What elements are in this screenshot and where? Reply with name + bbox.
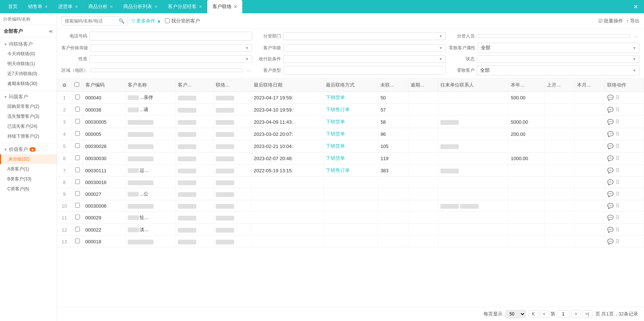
sidebar-item-ungrouped[interactable]: 未分组(32)	[0, 154, 57, 164]
last-way-link[interactable]: 下销售订单	[326, 167, 350, 173]
row-checkbox[interactable]	[75, 155, 80, 160]
close-contact-icon[interactable]: ✕	[234, 4, 237, 9]
row-checkbox[interactable]	[75, 107, 80, 112]
close-sales-icon[interactable]: ✕	[45, 4, 48, 9]
region-select[interactable]	[90, 68, 243, 72]
customer-level-select[interactable]: ▼	[283, 44, 446, 52]
last-way-link[interactable]: 下销货单	[326, 119, 345, 124]
sidebar-item-churn-warning[interactable]: 流失预警客户(3)	[0, 112, 57, 121]
first-page-btn[interactable]: K	[529, 310, 538, 318]
row-checkbox[interactable]	[75, 131, 80, 136]
row-last-way[interactable]: 下销货单	[323, 128, 378, 140]
last-way-link[interactable]: 下销售订单	[326, 107, 350, 112]
all-customers-header[interactable]: 全部客户 ≪	[0, 25, 57, 36]
row-checkbox[interactable]	[75, 203, 80, 208]
last-way-link[interactable]: 下销货单	[326, 95, 345, 100]
payment-select[interactable]: ▼	[283, 55, 446, 63]
window-close-icon[interactable]: ✕	[630, 3, 641, 10]
my-customers-check-input[interactable]	[165, 18, 170, 23]
row-last-way[interactable]	[323, 177, 378, 188]
region-dots[interactable]: ···	[245, 68, 252, 73]
grid-icon[interactable]: ⠿	[616, 143, 619, 149]
chat-icon[interactable]: 💬	[607, 167, 613, 173]
row-last-way[interactable]: 下销货单	[323, 152, 378, 165]
grid-icon[interactable]: ⠿	[616, 227, 619, 233]
grid-icon[interactable]: ⠿	[616, 215, 619, 221]
grid-icon[interactable]: ⠿	[616, 203, 619, 209]
chat-icon[interactable]: 💬	[607, 119, 613, 125]
grid-icon[interactable]: ⠿	[616, 167, 619, 173]
settings-col-header[interactable]: ⚙	[57, 79, 72, 92]
grid-icon[interactable]: ⠿	[616, 131, 619, 137]
row-checkbox[interactable]	[75, 179, 80, 184]
row-last-way[interactable]: 下销货单	[323, 116, 378, 128]
per-page-select[interactable]: 50 100 200	[506, 310, 526, 318]
page-input[interactable]	[557, 310, 570, 318]
last-way-link[interactable]: 下销货单	[326, 143, 345, 149]
group-value-customer[interactable]: ▼ 价值客户 ●	[0, 145, 57, 154]
row-last-way[interactable]	[323, 224, 378, 236]
row-checkbox[interactable]	[75, 167, 80, 172]
price-level-select[interactable]: ▼	[90, 44, 252, 52]
grid-icon[interactable]: ⠿	[616, 155, 619, 161]
sidebar-item-b-class[interactable]: B类客户(33)	[0, 174, 57, 184]
nature-select[interactable]: ▼	[89, 55, 252, 63]
sidebar-item-overdue-pending[interactable]: 逾期未联络(30)	[0, 79, 57, 89]
row-last-way[interactable]	[323, 212, 378, 224]
row-last-way[interactable]	[323, 236, 378, 247]
sidebar-item-abnormal[interactable]: 回购异常客户(2)	[0, 102, 57, 112]
row-last-way[interactable]: 下销售订单	[323, 165, 378, 177]
close-tier-icon[interactable]: ✕	[199, 4, 202, 9]
row-last-way[interactable]: 下销货单	[323, 140, 378, 152]
sparse-attr-select[interactable]: 全部 ▼	[478, 43, 640, 53]
nav-tab-analysis-list[interactable]: 商品分析列表 ✕	[118, 0, 163, 13]
row-checkbox[interactable]	[75, 215, 80, 219]
my-customers-checkbox[interactable]: 我分管的客户	[165, 18, 200, 24]
row-last-way[interactable]	[323, 188, 378, 200]
sidebar-item-today-pending[interactable]: 今天待联络(0)	[0, 49, 57, 59]
select-all-checkbox[interactable]	[74, 82, 79, 87]
chat-icon[interactable]: 💬	[607, 155, 613, 161]
sidebar-item-tomorrow-pending[interactable]: 明天待联络(1)	[0, 59, 57, 69]
prev-page-btn[interactable]: <	[540, 310, 549, 318]
manager-dots[interactable]: ···	[633, 33, 640, 39]
nav-tab-analysis[interactable]: 商品分析 ✕	[83, 0, 118, 13]
last-page-btn[interactable]: >|	[582, 310, 592, 318]
close-purchase-icon[interactable]: ✕	[75, 4, 78, 9]
row-checkbox[interactable]	[75, 143, 80, 148]
row-checkbox[interactable]	[75, 95, 80, 99]
grid-icon[interactable]: ⠿	[616, 179, 619, 185]
batch-op-btn[interactable]: ☑ 批量操作	[598, 18, 623, 24]
next-page-btn[interactable]: >	[571, 310, 581, 318]
chat-icon[interactable]: 💬	[607, 179, 613, 185]
sparse-customer-select[interactable]: 全部 ▼	[477, 65, 640, 75]
chat-icon[interactable]: 💬	[607, 143, 613, 149]
group-problem-customer[interactable]: ▼ 问题客户	[0, 92, 57, 102]
row-last-way[interactable]: 下销售订单	[323, 104, 378, 116]
chat-icon[interactable]: 💬	[607, 107, 613, 113]
chat-icon[interactable]: 💬	[607, 239, 613, 244]
grid-icon[interactable]: ⠿	[616, 239, 619, 244]
last-way-link[interactable]: 下销货单	[326, 131, 345, 137]
sidebar-item-declining[interactable]: 持续下滑客户(2)	[0, 131, 57, 141]
row-last-way[interactable]	[323, 200, 378, 212]
status-select[interactable]: ▼	[477, 55, 640, 63]
phone-input[interactable]	[89, 32, 252, 40]
row-last-way[interactable]: 下销货单	[323, 92, 378, 104]
filter-more-btn[interactable]: ▽ 更多条件 ▲	[131, 18, 161, 24]
chat-icon[interactable]: 💬	[607, 215, 613, 221]
sidebar-item-7day-pending[interactable]: 近7天待联络(0)	[0, 69, 57, 79]
nav-tab-customer-contact[interactable]: 客户联络 ✕	[207, 0, 242, 13]
sidebar-search-input[interactable]	[3, 17, 57, 22]
group-pending-contact[interactable]: ▼ 待联络客户	[0, 39, 57, 49]
export-btn[interactable]: ↑ 导出	[627, 18, 640, 24]
row-checkbox[interactable]	[75, 227, 80, 232]
nav-tab-customer-tier[interactable]: 客户分层经客 ✕	[163, 0, 207, 13]
nav-home[interactable]: 首页	[3, 3, 23, 10]
chat-icon[interactable]: 💬	[607, 131, 613, 137]
chat-icon[interactable]: 💬	[607, 95, 613, 100]
filter-search-input[interactable]	[65, 18, 116, 24]
grid-icon[interactable]: ⠿	[616, 107, 619, 113]
sidebar-item-lost[interactable]: 已流失客户(24)	[0, 121, 57, 131]
close-analysis-list-icon[interactable]: ✕	[154, 4, 158, 9]
